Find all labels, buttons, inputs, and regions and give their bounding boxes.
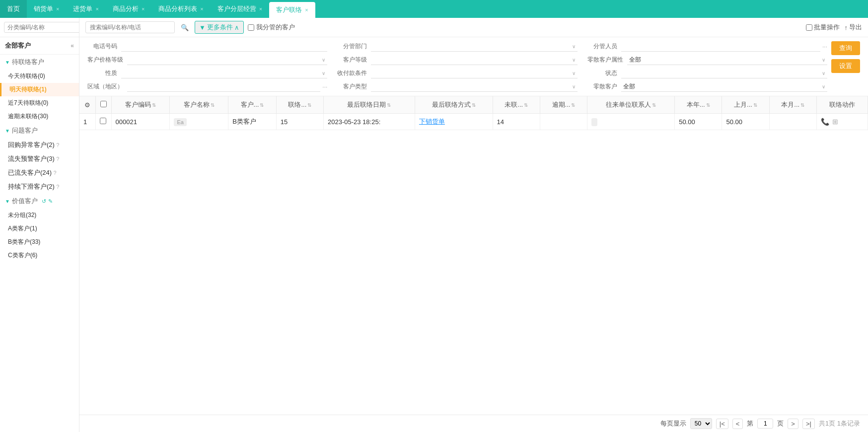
sort-icon-11: ⇅ (753, 102, 757, 108)
cell-contact: 15 (276, 114, 323, 130)
page-input[interactable] (757, 419, 773, 429)
cell-no-contact: 14 (493, 114, 540, 130)
col-this-year[interactable]: 本年...⇅ (675, 96, 722, 114)
col-code[interactable]: 客户编码⇅ (111, 96, 170, 114)
cell-last-method: 下销货单 (415, 114, 493, 130)
search-button[interactable]: 🔍 (179, 24, 191, 31)
col-action: 联络动作 (816, 96, 868, 114)
status-field: 状态 (587, 68, 827, 78)
status-select[interactable] (621, 68, 827, 78)
cell-this-month (769, 114, 816, 130)
col-no-contact[interactable]: 未联...⇅ (493, 96, 540, 114)
page-size-select[interactable]: 50 (690, 418, 712, 429)
sidebar-item-tomorrow[interactable]: 明天待联络(1) (0, 83, 79, 96)
more-conditions-btn[interactable]: ▼ 更多条件 ∧ (195, 21, 244, 34)
adv-filter-row2: 客户价格等级 客户等级 (87, 55, 827, 65)
query-button[interactable]: 查询 (831, 41, 860, 55)
customer-type-select[interactable] (371, 81, 577, 92)
nav-tab-3[interactable]: 商品分析列表 × (151, 0, 210, 18)
sidebar-item-repurchase-abnormal[interactable]: 回购异常客户(2) ? (0, 138, 79, 152)
sidebar-all-customers[interactable]: 全部客户 « (0, 37, 79, 55)
sidebar-item-churned[interactable]: 已流失客户(24) ? (0, 166, 79, 180)
sidebar-group-problem: ▼ 问题客户 (0, 123, 79, 138)
phone-input[interactable] (121, 41, 327, 52)
phone-action-icon[interactable]: 📞 (821, 118, 829, 126)
col-last-method[interactable]: 最后联络方式⇅ (415, 96, 493, 114)
dept-select[interactable] (371, 41, 577, 52)
cell-name: Ea (170, 114, 228, 130)
col-type[interactable]: 客户...⇅ (228, 96, 277, 114)
sidebar-item-c-class[interactable]: C类客户(6) (0, 249, 79, 262)
sidebar-item-ungrouped[interactable]: 未分组(32) (0, 209, 79, 222)
table-footer: 每页显示 50 |< < 第 页 > >| 共1页 1条记录 (79, 415, 868, 432)
price-level-select[interactable] (127, 55, 327, 65)
export-btn[interactable]: ↑ 导出 (845, 23, 863, 32)
batch-action-label[interactable]: 批量操作 (806, 23, 840, 32)
sidebar-item-7days[interactable]: 近7天待联络(0) (0, 96, 79, 110)
sidebar-group-value: ▼ 价值客户 ↺ ✎ (0, 194, 79, 209)
area-dots-icon[interactable]: ··· (322, 83, 327, 90)
sidebar-item-overdue[interactable]: 逾期未联络(30) (0, 110, 79, 123)
customer-level-select[interactable] (371, 55, 577, 65)
retail-attr-select[interactable]: 全部 (627, 55, 827, 65)
search-input[interactable] (85, 21, 175, 33)
refresh-icon[interactable]: ↺ (42, 198, 46, 205)
row-checkbox[interactable] (100, 118, 106, 124)
batch-action-checkbox[interactable] (806, 24, 812, 31)
col-last-month[interactable]: 上月...⇅ (722, 96, 769, 114)
col-checkbox (95, 96, 111, 114)
my-customers-checkbox[interactable] (248, 24, 254, 31)
sidebar-item-today[interactable]: 今天待联络(0) (0, 70, 79, 83)
grid-action-icon[interactable]: ⊞ (832, 118, 838, 126)
person-input[interactable] (621, 41, 820, 52)
nav-tab-2-close[interactable]: × (142, 6, 145, 12)
sidebar-item-b-class[interactable]: B类客户(33) (0, 235, 79, 249)
nav-tab-0[interactable]: 销货单 × (27, 0, 66, 18)
nav-tab-4[interactable]: 客户分层经营 × (211, 0, 269, 18)
nav-tab-1-close[interactable]: × (95, 6, 98, 12)
arrow-icon-2: ▼ (5, 128, 10, 134)
sidebar-item-declining[interactable]: 持续下滑客户(2) ? (0, 180, 79, 194)
sidebar-item-a-class[interactable]: A类客户(1) (0, 222, 79, 235)
nav-tab-0-close[interactable]: × (56, 6, 59, 12)
select-all-checkbox[interactable] (100, 101, 107, 107)
cell-this-year: 50.00 (675, 114, 722, 130)
reset-button[interactable]: 设置 (831, 59, 860, 73)
customer-type-field: 客户类型 (337, 81, 577, 92)
nav-tab-5-close[interactable]: × (305, 7, 308, 13)
nav-tab-3-close[interactable]: × (200, 6, 203, 12)
adv-filter-row3: 性质 收付款条件 (87, 68, 827, 78)
col-contact[interactable]: 联络...⇅ (276, 96, 323, 114)
col-overdue[interactable]: 逾期...⇅ (540, 96, 587, 114)
retail-customer-select[interactable]: 全部 (621, 81, 827, 92)
page-next-btn[interactable]: > (788, 419, 798, 429)
filter-action-btns: 查询 设置 (827, 41, 860, 73)
last-method-link[interactable]: 下销货单 (419, 118, 445, 125)
col-last-date[interactable]: 最后联络日期⇅ (324, 96, 415, 114)
page-first-btn[interactable]: |< (716, 419, 728, 429)
arrow-icon: ▼ (5, 60, 10, 65)
nav-tab-1[interactable]: 进货单 × (66, 0, 105, 18)
sidebar-search-input[interactable] (4, 22, 79, 33)
col-contact-person[interactable]: 往来单位联系人⇅ (587, 96, 675, 114)
col-settings[interactable]: ⚙ (79, 96, 95, 114)
area-input[interactable] (127, 81, 320, 92)
sidebar-collapse-icon: « (71, 42, 74, 49)
col-name[interactable]: 客户名称⇅ (170, 96, 228, 114)
nav-tab-2[interactable]: 商品分析 × (106, 0, 151, 18)
sidebar-item-churn-warning[interactable]: 流失预警客户(3) ? (0, 152, 79, 166)
my-customers-checkbox-label[interactable]: 我分管的客户 (248, 23, 295, 32)
page-prev-btn[interactable]: < (732, 419, 743, 429)
person-dots-icon[interactable]: ··· (822, 43, 827, 50)
nav-tab-4-close[interactable]: × (259, 6, 262, 12)
col-this-month[interactable]: 本月...⇅ (769, 96, 816, 114)
nav-home[interactable]: 首页 (0, 0, 27, 18)
edit-icon[interactable]: ✎ (48, 198, 53, 205)
page-last-btn[interactable]: >| (802, 419, 815, 429)
contact-person-masked (591, 118, 597, 126)
sort-icon-12: ⇅ (800, 102, 804, 108)
payment-select[interactable] (371, 68, 577, 78)
nav-tab-5[interactable]: 客户联络 × (269, 2, 315, 18)
nature-select[interactable] (121, 68, 327, 78)
table-row: 1 000021 Ea B类客户 15 2023-05-23 18:25: 下销… (79, 114, 868, 130)
